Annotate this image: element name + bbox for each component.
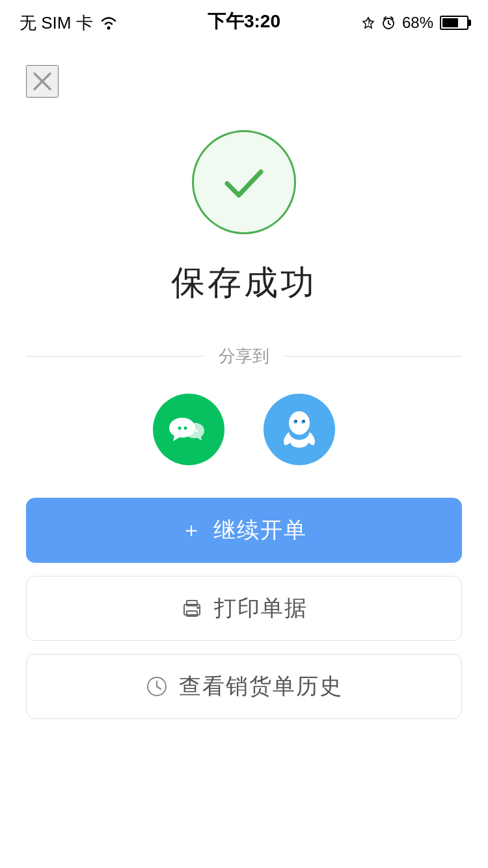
svg-point-11 (191, 429, 194, 432)
status-time: 下午3:20 (208, 9, 280, 34)
history-label: 查看销货单历史 (179, 671, 343, 701)
divider-right (282, 356, 462, 357)
svg-point-13 (289, 411, 310, 435)
action-buttons: ＋ 继续开单 打印单据 查看销货单历史 (26, 498, 462, 719)
svg-line-3 (388, 23, 390, 25)
status-carrier: 无 SIM 卡 (20, 12, 118, 34)
battery-percent: 68% (402, 14, 433, 32)
continue-label: 继续开单 (213, 515, 307, 545)
svg-point-21 (197, 606, 199, 609)
share-divider: 分享到 (26, 345, 462, 368)
status-right-group: 68% (362, 14, 468, 32)
wechat-icon (168, 409, 210, 450)
status-bar: 无 SIM 卡 下午3:20 68% (0, 0, 488, 46)
print-icon (180, 597, 204, 620)
plus-icon: ＋ (181, 516, 203, 545)
svg-point-9 (178, 427, 182, 430)
print-button[interactable]: 打印单据 (26, 576, 462, 641)
share-label: 分享到 (219, 345, 269, 368)
continue-button[interactable]: ＋ 继续开单 (26, 498, 462, 563)
history-button[interactable]: 查看销货单历史 (26, 654, 462, 719)
close-button[interactable] (26, 65, 59, 98)
print-label: 打印单据 (214, 593, 308, 623)
qq-icon (278, 409, 320, 450)
history-icon (145, 675, 169, 698)
svg-point-10 (184, 427, 187, 430)
svg-point-0 (107, 27, 110, 30)
page-content: 保存成功 分享到 (0, 46, 488, 719)
divider-left (26, 356, 206, 357)
svg-line-24 (157, 686, 161, 689)
wechat-share-button[interactable] (153, 394, 224, 465)
qq-share-button[interactable] (264, 394, 335, 465)
share-icons-row (26, 394, 462, 465)
success-title: 保存成功 (171, 260, 317, 306)
checkmark-icon (218, 156, 270, 208)
battery-icon (440, 16, 468, 30)
wifi-icon (100, 16, 118, 30)
alarm-icon (381, 16, 396, 30)
svg-point-17 (303, 420, 305, 422)
success-icon-circle (192, 130, 296, 234)
svg-point-12 (195, 429, 198, 432)
carrier-text: 无 SIM 卡 (20, 12, 93, 34)
location-icon (362, 16, 375, 29)
share-section: 分享到 (26, 345, 462, 465)
svg-point-16 (295, 420, 297, 422)
close-icon (31, 70, 54, 93)
